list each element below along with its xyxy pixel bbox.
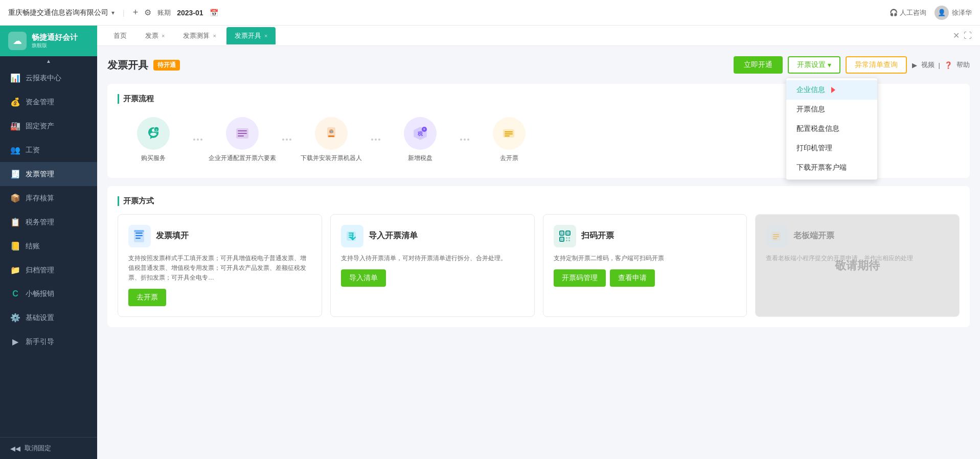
svg-text:税: 税 — [417, 131, 423, 136]
billing-card-import-title: 导入开票清单 — [369, 231, 418, 241]
cancel-pin-icon: ◀◀ — [10, 445, 20, 452]
process-label-1: 购买服务 — [141, 154, 166, 163]
billing-card-fill-icon — [128, 225, 151, 247]
chevron-down-icon: ▾ — [111, 9, 115, 16]
sidebar-label-jiezhang: 结账 — [26, 242, 40, 251]
separator: | — [939, 61, 940, 69]
close-window-button[interactable]: ✕ — [953, 31, 960, 40]
tab-fapiaokaiiju[interactable]: 发票开具 × — [226, 27, 276, 44]
zijin-icon: 💰 — [10, 97, 20, 107]
sidebar-item-guding[interactable]: 🏭 固定资产 — [0, 114, 97, 138]
sidebar-item-zijin[interactable]: 💰 资金管理 — [0, 90, 97, 114]
tab-fapiaokaiiju-label: 发票开具 — [235, 31, 261, 40]
process-dots-1 — [193, 139, 202, 141]
sidebar-item-xinshouyindao[interactable]: ▶ 新手引导 — [0, 330, 97, 354]
svg-rect-17 — [505, 135, 510, 136]
sidebar-item-yunbao[interactable]: 📊 云报表中心 — [0, 66, 97, 90]
billing-cards: 发票填开 支持按照发票样式手工填开发票；可开具增值税电子普通发票、增值税普通发票… — [118, 214, 960, 317]
sidebar-item-gongzi[interactable]: 👥 工资 — [0, 138, 97, 162]
view-application-button[interactable]: 查看申请 — [610, 269, 655, 287]
maximize-window-button[interactable]: ⛶ — [964, 31, 972, 40]
dropdown-item-peizhi[interactable]: 配置税盘信息 — [786, 119, 877, 139]
sidebar-label-jichushezhi: 基础设置 — [26, 313, 54, 323]
fill-invoice-button[interactable]: 去开票 — [128, 289, 166, 306]
shuiwu-icon: 📋 — [10, 217, 20, 227]
settings-button-label: 开票设置 — [797, 60, 826, 70]
settings-dropdown-button[interactable]: 开票设置 ▾ — [788, 56, 840, 74]
jichushezhi-icon: ⚙️ — [10, 313, 20, 323]
calendar-icon[interactable]: 📅 — [210, 9, 218, 17]
play-icon: ▶ — [912, 61, 917, 69]
svg-rect-30 — [566, 237, 567, 239]
gongzi-icon: 👥 — [10, 145, 20, 155]
main-layout: ☁ 畅捷通好会计 旗舰版 ▲ 📊 云报表中心 💰 资金管理 🏭 固定资产 👥 工… — [0, 26, 980, 459]
svg-rect-4 — [238, 133, 247, 134]
fapiao-icon: 🧾 — [10, 169, 20, 179]
app-name: 畅捷通好会计 — [32, 33, 78, 42]
svg-rect-31 — [568, 237, 570, 239]
period-label: 账期 — [157, 8, 171, 17]
sidebar-item-kucun[interactable]: 📦 库存核算 — [0, 186, 97, 210]
page-title-block: 发票开具 待开通 — [107, 58, 180, 72]
sidebar-item-shuiwu[interactable]: 📋 税务管理 — [0, 210, 97, 234]
sidebar-item-guidang[interactable]: 📁 归档管理 — [0, 258, 97, 282]
add-company-button[interactable]: + — [133, 7, 139, 18]
tab-fapiaocesuan-close[interactable]: × — [213, 33, 216, 39]
company-selector[interactable]: 重庆畅捷交通信息咨询有限公司 ▾ — [8, 8, 115, 17]
svg-rect-15 — [505, 131, 513, 132]
billing-card-fill: 发票填开 支持按照发票样式手工填开发票；可开具增值税电子普通发票、增值税普通发票… — [118, 214, 322, 317]
settings-dropdown-menu: 企业信息 开票信息 配置税盘信息 打印机管理 下载 — [786, 78, 878, 180]
consult-button[interactable]: 🎧 人工咨询 — [890, 8, 926, 17]
video-label[interactable]: 视频 — [921, 60, 935, 70]
sidebar-item-jiezhang[interactable]: 📒 结账 — [0, 234, 97, 258]
svg-rect-29 — [561, 238, 563, 240]
import-list-button[interactable]: 导入清单 — [341, 269, 386, 287]
exception-list-button[interactable]: 异常清单查询 — [846, 56, 907, 74]
tab-fapiaocesuan-label: 发票测算 — [183, 31, 210, 40]
sidebar-label-zijin: 资金管理 — [26, 98, 54, 107]
settings-icon[interactable]: ⚙ — [144, 8, 151, 17]
help-label[interactable]: 帮助 — [956, 60, 970, 70]
process-step-2: 企业开通配置开票六要素 — [207, 117, 278, 163]
billing-card-scan: 扫码开票 支持定制开票二维码，客户端可扫码开票 开票码管理 查看申请 — [543, 214, 747, 317]
tab-fapiaokaiiju-close[interactable]: × — [264, 33, 267, 39]
logo-icon: ☁ — [8, 32, 27, 50]
qrcode-manage-button[interactable]: 开票码管理 — [554, 269, 606, 287]
tab-fapiao[interactable]: 发票 × — [137, 27, 173, 44]
process-icon-3: 🤖 — [315, 117, 348, 150]
svg-rect-19 — [135, 233, 143, 234]
tab-fapiao-close[interactable]: × — [162, 33, 165, 39]
user-info[interactable]: 👤 徐泽华 — [935, 6, 972, 20]
dropdown-item-dayinji[interactable]: 打印机管理 — [786, 139, 877, 158]
tab-home[interactable]: 首页 — [105, 27, 135, 44]
svg-text:+: + — [423, 127, 425, 132]
sidebar-label-xinshouyindao: 新手引导 — [26, 337, 54, 347]
process-icon-4: 税 + — [404, 117, 437, 150]
cancel-fixed-button[interactable]: ◀◀ 取消固定 — [0, 438, 97, 459]
activate-button[interactable]: 立即开通 — [734, 56, 783, 74]
process-icon-5 — [493, 117, 526, 150]
question-icon: ❓ — [944, 61, 952, 69]
period-value: 2023-01 — [177, 9, 203, 17]
tab-fapiaocesuan[interactable]: 发票测算 × — [175, 27, 224, 44]
guding-icon: 🏭 — [10, 121, 20, 131]
svg-rect-32 — [566, 240, 567, 241]
boss-overlay: 敬请期待 — [756, 215, 959, 317]
billing-section: 开票方式 — [107, 186, 970, 328]
sidebar-item-xiaochangbaoxiao[interactable]: C 小畅报销 — [0, 282, 97, 306]
dropdown-item-xiazai[interactable]: 下载开票客户端 — [786, 158, 877, 177]
sidebar-item-jichushezhi[interactable]: ⚙️ 基础设置 — [0, 306, 97, 330]
dropdown-item-qiyexinxi[interactable]: 企业信息 — [786, 80, 877, 100]
process-step-1: + 购买服务 — [118, 117, 189, 163]
billing-card-fill-desc: 支持按照发票样式手工填开发票；可开具增值税电子普通发票、增值税普通发票、增值税专… — [128, 254, 311, 283]
svg-text:🤖: 🤖 — [330, 129, 334, 133]
svg-rect-22 — [134, 230, 144, 232]
sidebar-item-fapiao[interactable]: 🧾 发票管理 — [0, 162, 97, 186]
logo-text-block: 畅捷通好会计 旗舰版 — [32, 33, 78, 49]
company-name: 重庆畅捷交通信息咨询有限公司 — [8, 8, 108, 17]
svg-rect-21 — [135, 238, 141, 239]
billing-card-import-desc: 支持导入待开票清单，可对待开票清单进行拆分、合并处理。 — [341, 254, 524, 263]
dropdown-item-kaipiaoixnxi[interactable]: 开票信息 — [786, 100, 877, 119]
svg-text:+: + — [155, 128, 158, 132]
process-step-3: 🤖 下载并安装开票机器人 — [295, 117, 367, 163]
